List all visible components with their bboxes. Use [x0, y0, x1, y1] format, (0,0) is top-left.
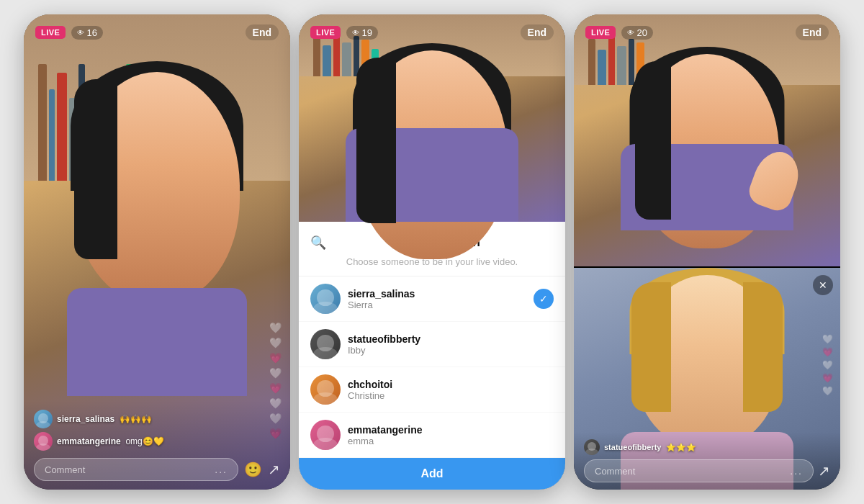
top-left-3: LIVE 👁 20: [585, 26, 653, 40]
input-row-3: Comment ... ↗: [584, 459, 830, 482]
heart-3-2: 💗: [822, 347, 833, 357]
selected-check-0: ✓: [534, 289, 554, 309]
live-badge-3: LIVE: [585, 26, 616, 39]
panel-1: LIVE 👁 16 End 🤍 🤍 💗 🤍 💗 🤍 🤍 💗 sierra_sal…: [24, 14, 290, 490]
bottom-comment-text: statueofibberty ⭐⭐⭐: [604, 443, 696, 452]
comment-input-1[interactable]: Comment ...: [34, 458, 238, 481]
live-badge-1: LIVE: [35, 26, 66, 39]
emoji-button-1[interactable]: 🙂: [244, 461, 262, 478]
eye-icon-1: 👁: [77, 29, 84, 37]
viewer-number-1: 16: [86, 27, 96, 38]
comment-2: emmatangerine omg😊💛: [34, 432, 280, 451]
search-icon[interactable]: 🔍: [310, 235, 326, 251]
user-info-1: statueofibberty Ibby: [348, 333, 554, 356]
split-divider: [574, 266, 840, 268]
comment-placeholder-1: Comment: [45, 464, 85, 475]
comment-body-2: omg😊💛: [125, 436, 163, 446]
bottom-overlay-3: statueofibberty ⭐⭐⭐ Comment ... ↗: [574, 432, 840, 490]
top-left-2: LIVE 👁 19: [310, 26, 378, 40]
viewer-number-2: 19: [361, 27, 372, 38]
heart-1: 🤍: [269, 322, 282, 333]
user-info-3: emmatangerine emma: [348, 424, 554, 446]
user-avatar-3: [310, 420, 341, 450]
user-name-0: Sierra: [348, 300, 534, 310]
user-handle-1: statueofibberty: [348, 333, 554, 345]
input-row-1: Comment ... 🙂 ↗: [34, 458, 280, 481]
comment-text-1: sierra_salinas 🙌🙌🙌: [57, 414, 152, 424]
user-row-0[interactable]: sierra_salinas Sierra ✓: [299, 276, 565, 322]
comment-avatar-1: [34, 410, 53, 428]
comment-username-1: sierra_salinas: [57, 414, 114, 424]
heart-2: 🤍: [269, 337, 282, 348]
user-handle-2: chchoitoi: [348, 379, 554, 390]
comment-username-2: emmatangerine: [57, 436, 121, 446]
user-row-1[interactable]: statueofibberty Ibby: [299, 322, 565, 367]
user-row-3[interactable]: emmatangerine emma: [299, 413, 565, 458]
heart-3-3: 🤍: [822, 360, 833, 370]
end-button-3[interactable]: End: [796, 24, 829, 40]
user-avatar-2: [310, 374, 341, 405]
bottom-comment-username: statueofibberty: [604, 443, 661, 451]
comment-1: sierra_salinas 🙌🙌🙌: [34, 410, 280, 428]
end-button-1[interactable]: End: [246, 24, 279, 40]
top-bar-1: LIVE 👁 16 End: [24, 14, 290, 50]
user-avatar-1: [310, 329, 341, 359]
comment-body-1: 🙌🙌🙌: [120, 414, 152, 424]
heart-5: 💗: [269, 382, 282, 394]
heart-3-4: 💗: [822, 373, 833, 383]
viewer-count-3: 👁 20: [621, 26, 652, 40]
close-button-3[interactable]: ✕: [813, 275, 833, 295]
user-info-2: chchoitoi Christine: [348, 379, 554, 401]
comment-text-2: emmatangerine omg😊💛: [57, 436, 164, 446]
heart-3-5: 🤍: [822, 386, 833, 396]
video-top-3: [574, 14, 840, 266]
live-badge-2: LIVE: [310, 26, 341, 39]
comments-area-1: sierra_salinas 🙌🙌🙌 emmatangerine omg😊💛: [34, 410, 280, 451]
bottom-comment: statueofibberty ⭐⭐⭐: [584, 439, 830, 455]
panel-2: LIVE 👁 19 End 🔍 Go Live With Choose some…: [299, 14, 565, 490]
heart-3-1: 🤍: [822, 334, 833, 344]
video-area-2: LIVE 👁 19 End: [299, 14, 565, 222]
bottom-comment-avatar: [584, 439, 600, 455]
go-live-modal: 🔍 Go Live With Choose someone to be in y…: [299, 222, 565, 490]
user-handle-0: sierra_salinas: [348, 288, 534, 300]
share-button-3[interactable]: ↗: [818, 462, 830, 480]
bottom-comment-emoji: ⭐⭐⭐: [666, 443, 696, 451]
end-button-2[interactable]: End: [521, 24, 554, 40]
top-bar-3: LIVE 👁 20 End: [574, 14, 840, 50]
eye-icon-2: 👁: [352, 29, 359, 37]
top-left-1: LIVE 👁 16: [35, 26, 103, 40]
heart-4: 🤍: [269, 367, 282, 379]
user-name-3: emma: [348, 436, 554, 446]
eye-icon-3: 👁: [627, 29, 634, 37]
viewer-count-1: 👁 16: [71, 26, 102, 40]
floating-hearts-3: 🤍 💗 🤍 💗 🤍: [822, 334, 833, 396]
comment-input-3[interactable]: Comment ...: [584, 459, 814, 482]
user-list: sierra_salinas Sierra ✓ statueofibberty …: [299, 276, 565, 458]
bottom-overlay-1: sierra_salinas 🙌🙌🙌 emmatangerine omg😊💛 C…: [24, 401, 290, 490]
panel-3: ✕ 🤍 💗 🤍 💗 🤍 LIVE 👁 20 End statueofibbert…: [574, 14, 840, 490]
user-row-2[interactable]: chchoitoi Christine: [299, 367, 565, 413]
top-bar-2: LIVE 👁 19 End: [299, 14, 565, 50]
user-name-1: Ibby: [348, 345, 554, 356]
comment-placeholder-3: Comment: [595, 466, 635, 477]
comment-avatar-2: [34, 432, 53, 451]
viewer-count-2: 👁 19: [346, 26, 377, 40]
viewer-number-3: 20: [636, 27, 647, 38]
user-avatar-0: [310, 284, 341, 314]
user-info-0: sierra_salinas Sierra: [348, 288, 534, 310]
user-name-2: Christine: [348, 390, 554, 401]
share-button-1[interactable]: ↗: [268, 461, 280, 478]
modal-subtitle: Choose someone to be in your live video.: [299, 256, 565, 276]
heart-3: 💗: [269, 352, 282, 364]
add-button[interactable]: Add: [299, 458, 565, 490]
input-dots-3: ...: [790, 465, 803, 477]
input-dots-1: ...: [215, 464, 228, 475]
user-handle-3: emmatangerine: [348, 424, 554, 436]
